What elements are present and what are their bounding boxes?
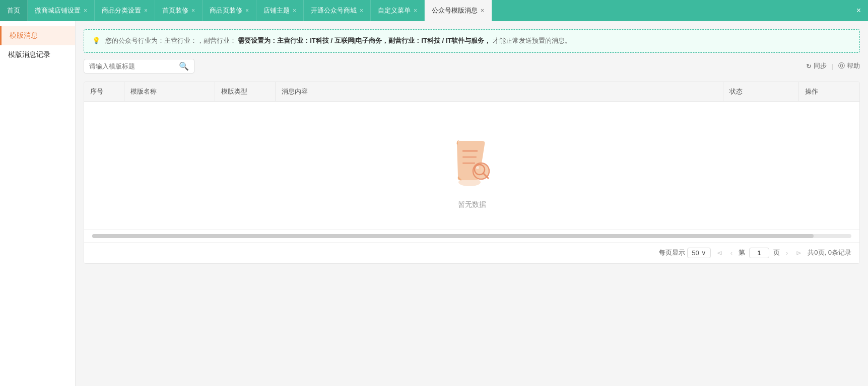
- tab-shop-theme-label: 店铺主题: [263, 6, 290, 15]
- toolbar-divider: |: [832, 62, 833, 70]
- th-name: 模版名称: [124, 82, 215, 101]
- svg-point-7: [476, 166, 479, 169]
- pagination: 每页显示 50 ∨ ⊲ ‹ 第 页 › ⊳ 共0页, 0条记录: [84, 242, 859, 263]
- page-label-pre: 第: [739, 248, 745, 257]
- notice-box: 💡 您的公众号行业为：主营行业：，副营行业： 需要设置为：主营行业：IT科技 /…: [84, 29, 860, 53]
- tab-template-msg-close[interactable]: ×: [481, 7, 484, 14]
- tab-open-mall[interactable]: 开通公众号商城 ×: [304, 0, 371, 21]
- content-area: 💡 您的公众号行业为：主营行业：，副营行业： 需要设置为：主营行业：IT科技 /…: [76, 21, 868, 386]
- notice-highlight: 需要设置为：主营行业：IT科技 / 互联网|电子商务，副营行业：IT科技 / I…: [238, 37, 491, 44]
- sync-label: 同步: [814, 61, 827, 70]
- tab-shop-theme-close[interactable]: ×: [293, 7, 296, 14]
- search-input[interactable]: [89, 62, 179, 70]
- th-content: 消息内容: [276, 82, 723, 101]
- th-type: 模版类型: [215, 82, 276, 101]
- th-action: 操作: [799, 82, 859, 101]
- tab-category[interactable]: 商品分类设置 ×: [95, 0, 155, 21]
- toolbar: 🔍 ↻ 同步 | ⓪ 帮助: [84, 59, 860, 73]
- prev-page-button[interactable]: ‹: [728, 248, 735, 258]
- page-size-label: 每页显示: [659, 248, 685, 257]
- th-seq: 序号: [84, 82, 124, 101]
- page-number-input[interactable]: [749, 248, 769, 258]
- tab-product-decor-close[interactable]: ×: [245, 7, 249, 14]
- page-size-value: 50: [692, 249, 699, 257]
- table-header: 序号 模版名称 模版类型 消息内容 状态 操作: [84, 82, 859, 102]
- sidebar-item-template-log[interactable]: 模版消息记录: [0, 45, 75, 64]
- help-icon: ⓪: [838, 61, 845, 70]
- tab-category-label: 商品分类设置: [102, 6, 141, 15]
- nav-close-all-button[interactable]: ×: [849, 6, 868, 15]
- tab-template-msg-label: 公众号模版消息: [432, 6, 478, 15]
- help-label: 帮助: [847, 61, 860, 70]
- tab-template-msg[interactable]: 公众号模版消息 ×: [425, 0, 492, 21]
- sidebar: 模版消息 模版消息记录: [0, 21, 76, 386]
- tab-open-mall-label: 开通公众号商城: [311, 6, 357, 15]
- tab-weshop[interactable]: 微商城店铺设置 ×: [28, 0, 95, 21]
- tab-homepage-decor[interactable]: 首页装修 ×: [155, 0, 203, 21]
- notice-suffix: 才能正常发送预置的消息。: [493, 37, 571, 44]
- tab-homepage-decor-label: 首页装修: [162, 6, 188, 15]
- search-icon[interactable]: 🔍: [179, 61, 189, 71]
- page-size-dropdown[interactable]: 50 ∨: [687, 248, 710, 258]
- tab-custom-menu-close[interactable]: ×: [414, 7, 417, 14]
- data-table: 序号 模版名称 模版类型 消息内容 状态 操作: [84, 82, 860, 264]
- th-status: 状态: [723, 82, 799, 101]
- tab-shop-theme[interactable]: 店铺主题 ×: [256, 0, 304, 21]
- empty-text: 暂无数据: [458, 200, 486, 209]
- first-page-button[interactable]: ⊲: [715, 248, 724, 258]
- notice-icon: 💡: [92, 37, 100, 44]
- tab-home-label: 首页: [7, 6, 20, 15]
- sync-icon: ↻: [806, 62, 812, 70]
- sidebar-item-template-message[interactable]: 模版消息: [0, 26, 75, 45]
- help-button[interactable]: ⓪ 帮助: [838, 61, 860, 70]
- toolbar-right: ↻ 同步 | ⓪ 帮助: [806, 61, 860, 70]
- tab-product-decor[interactable]: 商品页装修 ×: [203, 0, 256, 21]
- page-size-select: 每页显示 50 ∨: [659, 248, 710, 258]
- chevron-down-icon: ∨: [701, 249, 706, 257]
- page-summary: 共0页, 0条记录: [808, 248, 851, 257]
- tab-product-decor-label: 商品页装修: [210, 6, 242, 15]
- page-label-post: 页: [773, 248, 780, 257]
- next-page-button[interactable]: ›: [784, 248, 790, 258]
- sync-button[interactable]: ↻ 同步: [806, 61, 827, 70]
- search-box: 🔍: [84, 59, 194, 73]
- empty-illustration: [442, 132, 502, 192]
- empty-state: 暂无数据: [84, 102, 859, 229]
- tab-category-close[interactable]: ×: [144, 7, 148, 14]
- horizontal-scrollbar[interactable]: [92, 234, 851, 238]
- tab-open-mall-close[interactable]: ×: [360, 7, 363, 14]
- tab-weshop-close[interactable]: ×: [84, 7, 87, 14]
- tab-homepage-decor-close[interactable]: ×: [191, 7, 195, 14]
- notice-prefix: 您的公众号行业为：主营行业：，副营行业：: [105, 37, 236, 44]
- scrollbar-thumb[interactable]: [92, 234, 814, 238]
- tab-weshop-label: 微商城店铺设置: [35, 6, 81, 15]
- tab-custom-menu-label: 自定义菜单: [378, 6, 411, 15]
- top-nav: 首页 微商城店铺设置 × 商品分类设置 × 首页装修 × 商品页装修 × 店铺主…: [0, 0, 868, 21]
- last-page-button[interactable]: ⊳: [794, 248, 804, 258]
- main-layout: 模版消息 模版消息记录 💡 您的公众号行业为：主营行业：，副营行业： 需要设置为…: [0, 21, 868, 386]
- tab-home[interactable]: 首页: [0, 0, 28, 21]
- horizontal-scrollbar-area: [84, 229, 859, 242]
- tab-custom-menu[interactable]: 自定义菜单 ×: [371, 0, 425, 21]
